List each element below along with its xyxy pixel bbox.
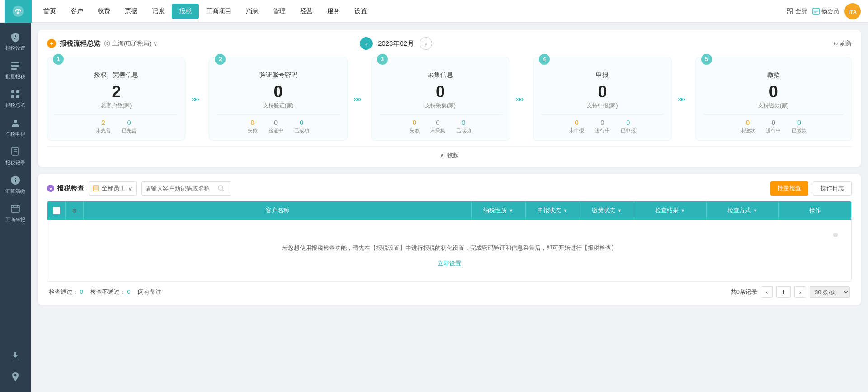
tax-check-table: ⚙ 客户名称 纳税性质 ▼ 申报状态 ▼ 缴费状态 ▼ 检查 [47, 201, 852, 282]
sidebar-item-tax-settlement[interactable]: 汇算清缴 [0, 169, 31, 198]
plus-icon: + [47, 39, 56, 48]
nav-invoice[interactable]: 票据 [118, 0, 145, 23]
step-sub-3: 0 失败 0 未采集 0 已成功 [379, 114, 502, 134]
filter-pay-icon[interactable]: ▼ [617, 208, 622, 213]
svg-point-0 [17, 12, 19, 14]
pass-count[interactable]: 0 [80, 288, 83, 295]
nav-message[interactable]: 消息 [239, 0, 266, 23]
nav-operation[interactable]: 经营 [293, 0, 320, 23]
batch-tax-icon [9, 59, 22, 72]
arrow-3: »» [509, 94, 528, 104]
fullscreen-label: 全屏 [795, 7, 807, 15]
gear-icon[interactable]: ⚙ [70, 206, 79, 215]
sidebar-label-personal-tax: 个税申报 [5, 131, 25, 137]
sidebar-label-business-report: 工商年报 [5, 217, 25, 223]
op-log-button[interactable]: 操作日志 [813, 181, 852, 196]
svg-rect-1 [787, 9, 789, 11]
purple-icon: ● [47, 185, 54, 192]
step-label-2: 支持验证(家) [217, 102, 340, 110]
tax-record-icon [9, 145, 22, 158]
th-gear: ⚙ [66, 201, 84, 220]
batch-check-button[interactable]: 批量检查 [770, 181, 808, 196]
svg-point-23 [104, 41, 110, 46]
filter-method-icon[interactable]: ▼ [753, 208, 758, 213]
member-btn[interactable]: 畅会员 [812, 7, 839, 15]
collapse-up-icon: ∧ [440, 152, 444, 159]
step-bignum-1: 2 [55, 84, 178, 100]
nav-items: 首页 客户 收费 票据 记账 报税 工商项目 消息 管理 经营 服务 设置 [32, 0, 786, 23]
filter-result-icon[interactable]: ▼ [680, 208, 685, 213]
tax-check-title-text: 报税检查 [57, 184, 84, 193]
nav-tax[interactable]: 报税 [172, 4, 199, 19]
footer-left: 检查通过： 0 检查不通过： 0 闵有备注 [49, 288, 161, 296]
step-title-4: 申报 [541, 67, 664, 79]
search-icon[interactable] [217, 185, 225, 192]
sidebar-item-batch-tax[interactable]: 批量报税 [0, 55, 31, 83]
sidebar-item-business-report[interactable]: 工商年报 [0, 198, 31, 226]
filter-declare-icon[interactable]: ▼ [563, 208, 568, 213]
collapse-btn[interactable]: ∧ 收起 [47, 146, 852, 159]
header-checkbox[interactable] [53, 207, 60, 214]
member-label: 畅会员 [821, 7, 839, 15]
pass-label: 检查通过： 0 [49, 288, 83, 296]
th-check-result: 检查结果 ▼ [634, 201, 707, 220]
nav-settings[interactable]: 设置 [347, 0, 374, 23]
sub-item-1-0: 2 未完善 [96, 119, 111, 134]
process-title: 报税流程总览 [60, 39, 100, 48]
step-num-1: 1 [53, 54, 64, 65]
svg-text:iTA: iTA [849, 9, 857, 15]
sidebar-item-download[interactable] [0, 345, 31, 366]
nav-business[interactable]: 工商项目 [199, 0, 239, 23]
tax-overview-icon [9, 88, 22, 100]
per-page-select[interactable]: 30 条/页50 条/页100 条/页 [810, 286, 850, 298]
nav-service[interactable]: 服务 [320, 0, 347, 23]
nav-manage[interactable]: 管理 [266, 0, 293, 23]
fullscreen-btn[interactable]: 全屏 [786, 7, 807, 15]
sidebar-label-batch-tax: 批量报税 [5, 74, 25, 80]
step-sub-2: 0 失败 0 验证中 0 已成功 [217, 114, 340, 134]
nav-home[interactable]: 首页 [36, 0, 63, 23]
month-prev-btn[interactable]: ‹ [360, 37, 373, 50]
employee-select[interactable]: 全部员工 ∨ [89, 181, 137, 196]
month-next-btn[interactable]: › [420, 37, 432, 50]
fail-count[interactable]: 0 [127, 288, 130, 295]
process-step-5: 5 缴款 0 支持缴款(家) 0 未缴款 0 进行中 0 已缴款 [695, 57, 852, 141]
step-title-5: 缴款 [703, 67, 844, 79]
setup-link[interactable]: 立即设置 [438, 259, 461, 268]
step-bignum-3: 0 [379, 84, 502, 100]
sidebar-item-personal-tax[interactable]: 个税申报 [0, 112, 31, 141]
sidebar-item-tax-record[interactable]: 报税记录 [0, 141, 31, 169]
sidebar-label-tax-settings: 报税设置 [5, 45, 25, 51]
tax-settings-icon [9, 31, 22, 43]
logo[interactable] [5, 0, 32, 23]
svg-rect-10 [16, 90, 19, 93]
refresh-btn[interactable]: ↻ 刷新 [833, 39, 852, 48]
fail-label: 检查不通过： 0 [90, 288, 131, 296]
business-report-icon [9, 202, 22, 215]
tax-check-title-group: ● 报税检查 [47, 184, 84, 193]
step-sub-1: 2 未完善 0 已完善 [55, 114, 178, 134]
prev-page-btn[interactable]: ‹ [761, 286, 773, 298]
step-bignum-2: 0 [217, 84, 340, 100]
th-checkbox [47, 201, 66, 220]
step-title-2: 验证账号密码 [217, 67, 340, 79]
arrow-4: »» [672, 94, 690, 104]
nav-client[interactable]: 客户 [63, 0, 90, 23]
svg-line-28 [222, 190, 224, 191]
arrow-2: »» [348, 94, 366, 104]
search-input[interactable] [145, 185, 217, 192]
step-num-5: 5 [701, 54, 712, 65]
nav-accounting[interactable]: 记账 [145, 0, 172, 23]
filter-tax-nature-icon[interactable]: ▼ [509, 208, 514, 213]
sidebar-item-tax-overview[interactable]: 报税总览 [0, 83, 31, 112]
step-label-1: 总客户数(家) [55, 102, 178, 110]
next-page-btn[interactable]: › [794, 286, 806, 298]
sidebar-label-tax-record: 报税记录 [5, 160, 25, 166]
svg-rect-2 [790, 12, 793, 14]
nav-fee[interactable]: 收费 [90, 0, 118, 23]
sidebar-item-location[interactable] [0, 366, 31, 387]
user-avatar[interactable]: iTA [844, 3, 861, 19]
process-step-4: 4 申报 0 支持申报(家) 0 未申报 0 进行中 [533, 57, 671, 141]
th-operation: 操作 [779, 201, 851, 220]
sidebar-item-tax-settings[interactable]: 报税设置 [0, 26, 31, 55]
